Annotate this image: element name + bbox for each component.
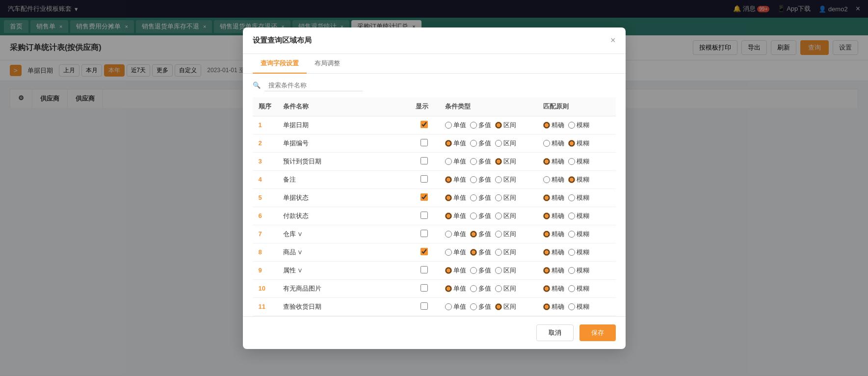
modal-tab-layout-label: 布局调整 <box>315 59 340 67</box>
modal-overlay: 设置查询区域布局 × 查询字段设置 布局调整 🔍 顺序 条件名称 <box>0 0 868 116</box>
modal-tab-query-settings[interactable]: 查询字段设置 <box>253 54 307 74</box>
modal-close-button[interactable]: × <box>610 35 616 46</box>
modal-tab-layout[interactable]: 布局调整 <box>307 54 348 74</box>
th-type: 条件类型 <box>439 97 537 116</box>
modal-title: 设置查询区域布局 <box>253 36 312 45</box>
th-show: 显示 <box>410 97 439 116</box>
th-match: 匹配原则 <box>537 97 616 116</box>
modal-table-header-row: 顺序 条件名称 显示 条件类型 匹配原则 <box>253 97 616 116</box>
search-icon: 🔍 <box>253 81 261 89</box>
modal-search-area: 🔍 <box>243 74 626 97</box>
modal-dialog: 设置查询区域布局 × 查询字段设置 布局调整 🔍 顺序 条件名称 <box>243 27 626 116</box>
modal-tab-query-label: 查询字段设置 <box>261 59 299 67</box>
modal-table: 顺序 条件名称 显示 条件类型 匹配原则 1单据日期单值多值区间精确模糊2单据编… <box>253 97 616 116</box>
modal-tabs: 查询字段设置 布局调整 <box>243 54 626 74</box>
search-input[interactable] <box>264 80 363 91</box>
th-name: 条件名称 <box>277 97 410 116</box>
modal-header: 设置查询区域布局 × <box>243 27 626 54</box>
th-order: 顺序 <box>253 97 277 116</box>
modal-table-wrap: 顺序 条件名称 显示 条件类型 匹配原则 1单据日期单值多值区间精确模糊2单据编… <box>243 97 626 116</box>
